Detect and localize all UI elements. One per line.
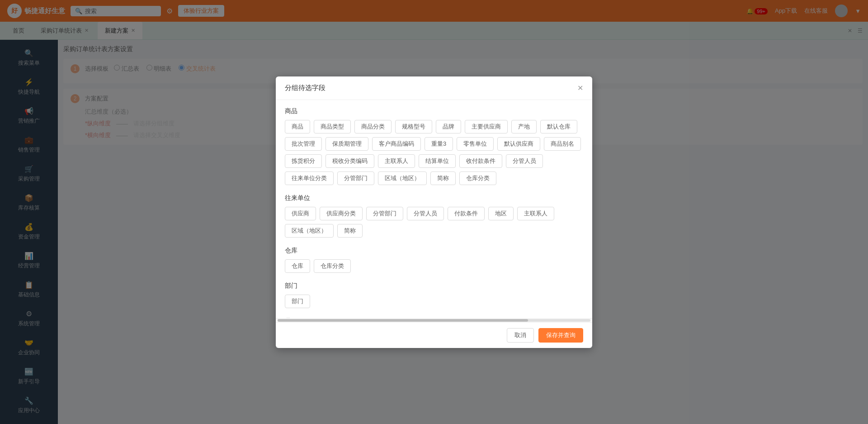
field-section-2: 仓库仓库仓库分类 — [285, 247, 583, 273]
field-tag[interactable]: 产地 — [511, 120, 537, 133]
field-tag[interactable]: 保质期管理 — [326, 137, 368, 151]
field-tag[interactable]: 区域（地区） — [378, 172, 427, 185]
modal-title: 分组待选字段 — [285, 84, 326, 92]
field-tag[interactable]: 往来单位分类 — [285, 172, 334, 185]
field-section-1: 往来单位供应商供应商分类分管部门分管人员付款条件地区主联系人区域（地区）简称 — [285, 194, 583, 238]
save-button[interactable]: 保存并查询 — [538, 328, 583, 343]
field-tag[interactable]: 仓库 — [285, 259, 310, 273]
field-tag[interactable]: 商品分类 — [354, 120, 392, 133]
field-tag[interactable]: 部门 — [285, 295, 310, 308]
cancel-button[interactable]: 取消 — [507, 328, 534, 343]
field-tag[interactable]: 零售单位 — [457, 137, 494, 151]
field-tag[interactable]: 仓库分类 — [314, 259, 351, 273]
field-tag[interactable]: 供应商 — [285, 207, 316, 220]
field-tag[interactable]: 简称 — [430, 172, 456, 185]
field-tag[interactable]: 主要供应商 — [465, 120, 508, 133]
modal-horizontal-scrollbar[interactable] — [276, 318, 592, 322]
field-tag[interactable]: 商品 — [285, 120, 310, 133]
section-title-2: 仓库 — [285, 247, 583, 255]
field-tag[interactable]: 分管部门 — [337, 172, 374, 185]
modal-footer: 取消 保存并查询 — [276, 322, 592, 348]
field-tag[interactable]: 付款条件 — [448, 207, 485, 220]
field-section-0: 商品商品商品类型商品分类规格型号品牌主要供应商产地默认仓库批次管理保质期管理客户… — [285, 107, 583, 185]
section-title-0: 商品 — [285, 107, 583, 115]
field-selection-modal: 分组待选字段 ✕ 商品商品商品类型商品分类规格型号品牌主要供应商产地默认仓库批次… — [276, 76, 592, 348]
field-grid-1: 供应商供应商分类分管部门分管人员付款条件地区主联系人区域（地区）简称 — [285, 207, 583, 238]
field-tag[interactable]: 区域（地区） — [285, 224, 334, 238]
field-tag[interactable]: 主联系人 — [517, 207, 554, 220]
field-grid-3: 部门 — [285, 295, 583, 308]
field-grid-2: 仓库仓库分类 — [285, 259, 583, 273]
field-tag[interactable]: 分管部门 — [366, 207, 403, 220]
section-title-3: 部门 — [285, 282, 583, 290]
field-tag[interactable]: 简称 — [337, 224, 363, 238]
field-tag[interactable]: 主联系人 — [378, 154, 415, 168]
field-tag[interactable]: 默认仓库 — [540, 120, 577, 133]
modal-overlay: 分组待选字段 ✕ 商品商品商品类型商品分类规格型号品牌主要供应商产地默认仓库批次… — [0, 0, 868, 424]
field-section-3: 部门部门 — [285, 282, 583, 308]
field-tag[interactable]: 税收分类编码 — [326, 154, 374, 168]
field-tag[interactable]: 分管人员 — [506, 154, 543, 168]
field-tag[interactable]: 默认供应商 — [497, 137, 540, 151]
section-title-1: 往来单位 — [285, 194, 583, 202]
field-tag[interactable]: 商品别名 — [544, 137, 581, 151]
field-tag[interactable]: 批次管理 — [285, 137, 322, 151]
field-tag[interactable]: 客户商品编码 — [372, 137, 421, 151]
field-tag[interactable]: 商品类型 — [314, 120, 351, 133]
field-tag[interactable]: 分管人员 — [407, 207, 444, 220]
field-tag[interactable]: 重量3 — [425, 137, 453, 151]
modal-close-button[interactable]: ✕ — [577, 84, 583, 92]
field-tag[interactable]: 收付款条件 — [459, 154, 502, 168]
field-tag[interactable]: 供应商分类 — [320, 207, 363, 220]
modal-header: 分组待选字段 ✕ — [276, 76, 592, 100]
field-tag[interactable]: 拣货积分 — [285, 154, 322, 168]
field-tag[interactable]: 品牌 — [436, 120, 461, 133]
field-tag[interactable]: 结算单位 — [419, 154, 456, 168]
field-tag[interactable]: 地区 — [488, 207, 514, 220]
modal-body[interactable]: 商品商品商品类型商品分类规格型号品牌主要供应商产地默认仓库批次管理保质期管理客户… — [276, 100, 592, 318]
field-tag[interactable]: 仓库分类 — [459, 172, 496, 185]
field-grid-0: 商品商品类型商品分类规格型号品牌主要供应商产地默认仓库批次管理保质期管理客户商品… — [285, 120, 583, 185]
field-tag[interactable]: 规格型号 — [395, 120, 432, 133]
